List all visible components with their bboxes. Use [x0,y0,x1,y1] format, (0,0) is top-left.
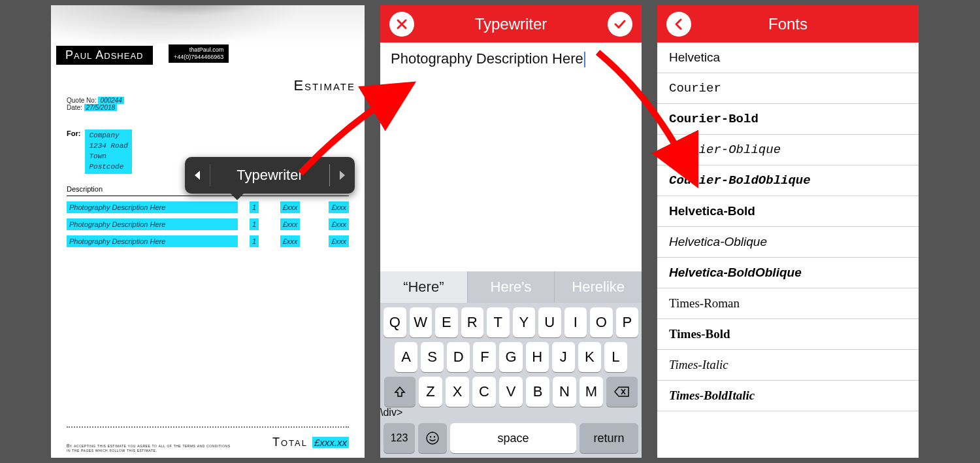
contact-info: thatPaul.com +44(0)7944466963 [169,44,229,63]
key-l[interactable]: L [604,342,627,372]
backspace-key[interactable] [606,377,638,407]
fonts-header: Fonts [657,5,919,43]
font-option[interactable]: Helvetica-BoldOblique [657,258,919,288]
context-popover: Typewriter [185,157,355,194]
recipient-block: For: Company 1234 Road Town Postcode [67,129,132,174]
website: thatPaul.com [174,46,223,54]
svg-point-0 [427,432,438,444]
document-title: Estimate [293,77,355,94]
row-amount[interactable]: £xxx [329,201,349,213]
return-key[interactable]: return [580,423,638,453]
key-m[interactable]: M [580,377,603,407]
row-description[interactable]: Photography Description Here [67,201,238,213]
font-option[interactable]: Helvetica-Oblique [657,227,919,258]
table-row: Photography Description Here1£xxx£xxx [67,201,349,213]
chevron-left-icon [674,18,684,30]
key-f[interactable]: F [473,342,496,372]
shift-key[interactable] [384,377,416,407]
font-option[interactable]: Times-Italic [657,350,919,381]
key-g[interactable]: G [499,342,522,372]
key-s[interactable]: S [421,342,444,372]
recipient-address[interactable]: Company 1234 Road Town Postcode [85,129,131,174]
row-rate[interactable]: £xxx [280,201,301,213]
cancel-button[interactable] [389,12,414,37]
font-option[interactable]: Courier-Bold [657,104,919,135]
key-c[interactable]: C [472,377,496,407]
typewriter-text-input[interactable]: Photography Description Here [380,43,642,253]
font-list[interactable]: HelveticaCourierCourier-BoldCourier-Obli… [657,43,919,411]
shift-icon [393,385,406,398]
font-option[interactable]: Times-Bold [657,319,919,350]
space-key[interactable]: space [450,423,576,453]
date-value[interactable]: 27/5/2018 [84,104,118,111]
check-icon [613,18,627,30]
total-value[interactable]: £xxx.xx [312,437,349,448]
back-button[interactable] [666,12,691,37]
typewriter-title: Typewriter [475,15,547,33]
key-j[interactable]: J [552,342,575,372]
line-items-table: Description Amount Photography Descripti… [67,185,349,247]
emoji-key[interactable] [418,423,447,453]
row-amount[interactable]: £xxx [329,235,349,247]
row-amount[interactable]: £xxx [329,218,349,230]
key-a[interactable]: A [395,342,417,372]
emoji-icon [425,431,440,445]
font-option[interactable]: Times-BoldItalic [657,381,919,411]
row-qty[interactable]: 1 [250,235,259,247]
for-label: For: [67,129,80,137]
numeric-key[interactable]: 123 [384,423,415,453]
key-r[interactable]: R [461,307,484,337]
key-v[interactable]: V [499,377,523,407]
estimate-document: Paul Adshead thatPaul.com +44(0)79444669… [51,5,365,458]
popover-next-button[interactable] [330,157,355,194]
confirm-button[interactable] [608,12,632,37]
key-w[interactable]: W [410,307,433,337]
popover-prev-button[interactable] [185,157,210,194]
font-option[interactable]: Helvetica-Bold [657,196,919,227]
row-qty[interactable]: 1 [250,201,259,213]
key-b[interactable]: B [526,377,549,407]
row-rate[interactable]: £xxx [280,218,301,230]
addr-line: Town [89,152,106,160]
row-description[interactable]: Photography Description Here [67,218,238,230]
font-option[interactable]: Courier-BoldOblique [657,165,919,196]
key-n[interactable]: N [553,377,576,407]
key-u[interactable]: U [538,307,561,337]
fonts-title: Fonts [768,15,808,33]
key-o[interactable]: O [590,307,613,337]
suggestion[interactable]: Herelike [555,271,642,303]
author-name: Paul Adshead [56,46,153,65]
text-cursor [584,52,585,67]
addr-line: Company [89,131,119,139]
key-h[interactable]: H [526,342,549,372]
popover-typewriter-button[interactable]: Typewriter [210,167,329,184]
font-option[interactable]: Times-Roman [657,288,919,319]
key-x[interactable]: X [446,377,469,407]
key-k[interactable]: K [578,342,601,372]
key-z[interactable]: Z [419,377,442,407]
quote-value[interactable]: 000244 [98,97,123,104]
row-rate[interactable]: £xxx [280,235,301,247]
quote-label: Quote No: [67,97,97,104]
key-e[interactable]: E [435,307,458,337]
svg-point-2 [434,436,435,437]
font-option[interactable]: Helvetica [657,43,919,73]
document-meta: Quote No: 000244 Date: 27/5/2018 [67,97,124,111]
chevron-left-icon [193,170,202,180]
document-header: Paul Adshead thatPaul.com +44(0)79444669… [51,5,365,77]
fonts-screen: Fonts HelveticaCourierCourier-BoldCourie… [657,5,919,458]
font-option[interactable]: Courier-Oblique [657,135,919,165]
key-t[interactable]: T [487,307,510,337]
table-row: Photography Description Here1£xxx£xxx [67,235,349,247]
row-qty[interactable]: 1 [250,218,259,230]
font-option[interactable]: Courier [657,73,919,104]
row-description[interactable]: Photography Description Here [67,235,238,247]
key-y[interactable]: Y [513,307,536,337]
suggestion[interactable]: Here's [468,271,555,303]
key-d[interactable]: D [447,342,470,372]
key-q[interactable]: Q [384,307,406,337]
suggestion[interactable]: “Here” [380,271,468,303]
key-p[interactable]: P [616,307,639,337]
key-i[interactable]: I [564,307,587,337]
svg-point-1 [430,436,431,437]
